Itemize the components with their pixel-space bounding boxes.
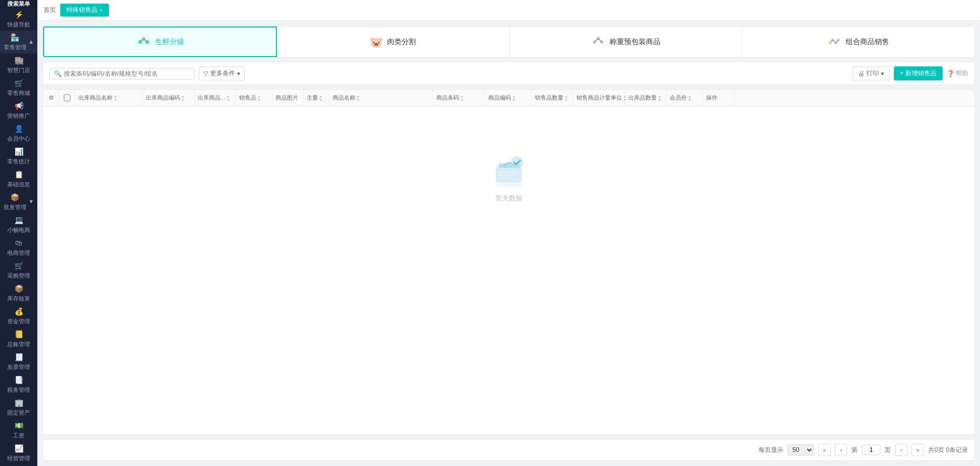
cat-tab-combo-sale[interactable]: 组合商品销售 [742, 26, 974, 57]
sidebar-item-retail-mgmt[interactable]: 🏪 零售管理 ▲ [0, 31, 37, 53]
pagination: 每页显示 10 20 50 100 « ‹ 第 页 › » 共0页 0条记录 [43, 439, 975, 461]
sort-arrows-barcode[interactable]: ▲▼ [460, 94, 464, 102]
svg-line-14 [830, 40, 833, 43]
sidebar: 搜索菜单 ⚡ 快捷导航 🏪 零售管理 ▲ 🏬 智慧门店 🛒 零售商城 📢 营销推… [0, 0, 37, 466]
sidebar-item-label: 固定资产 [7, 409, 30, 417]
table-container: ⚙ 出库商品名称 ▲▼ 出库商品编码 ▲▼ 出库商品... ▲▼ [43, 89, 975, 435]
first-page-button[interactable]: « [818, 444, 831, 456]
last-page-button[interactable]: » [912, 444, 924, 456]
combo-sale-label: 组合商品销售 [846, 37, 889, 47]
cat-tab-meat-cut[interactable]: 🐷 肉类分割 [277, 26, 509, 57]
search-box[interactable]: 🔍 [49, 68, 195, 79]
th-img: 商品图片 [272, 90, 303, 106]
page-size-select[interactable]: 10 20 50 100 [788, 444, 814, 456]
retail-mgmt-icon: 🏪 [10, 33, 19, 43]
sidebar-item-wholesale-mgmt[interactable]: 📦 批发管理 ▼ [0, 190, 37, 213]
cat-tab-weigh-pack[interactable]: 称重预包装商品 [510, 26, 742, 57]
sidebar-item-label: 营销推广 [7, 112, 30, 120]
sidebar-item-label: 智慧门店 [7, 66, 30, 74]
meat-cut-icon: 🐷 [370, 36, 383, 48]
sort-arrows-scode[interactable]: ▲▼ [512, 94, 516, 102]
combo-sale-icon [827, 35, 841, 49]
print-button[interactable]: 🖨 打印 ▾ [852, 66, 890, 80]
next-page-button[interactable]: › [895, 444, 907, 456]
fixed-assets-icon: 🏢 [15, 398, 23, 408]
svg-line-15 [833, 40, 836, 43]
table-header: ⚙ 出库商品名称 ▲▼ 出库商品编码 ▲▼ 出库商品... ▲▼ [43, 90, 974, 106]
total-label: 共0页 0条记录 [928, 446, 968, 455]
page-label: 第 [851, 446, 858, 455]
sort-arrows-member-price[interactable]: ▲▼ [688, 94, 692, 102]
sort-arrows-out-qty[interactable]: ▲▼ [658, 94, 661, 102]
sort-arrows-sale-item[interactable]: ▲▼ [257, 94, 261, 102]
sidebar-item-label: 零售统计 [7, 158, 30, 166]
close-tab-icon[interactable]: × [100, 7, 103, 13]
filter-button[interactable]: ▽ 更多条件 ▾ [199, 66, 245, 80]
sidebar-item-fixed-assets[interactable]: 🏢 固定资产 [0, 396, 37, 419]
active-tab-label: 特殊销售品 [66, 6, 98, 15]
sidebar-item-inventory[interactable]: 📦 库存核算 [0, 282, 37, 305]
sidebar-item-retail-stats[interactable]: 📊 零售统计 [0, 145, 37, 168]
print-label: 打印 [866, 69, 879, 78]
main-area: 首页 特殊销售品 × 生鲜分级 [37, 0, 980, 466]
sidebar-item-retail-mall[interactable]: 🛒 零售商城 [0, 76, 37, 99]
wholesale-mgmt-icon: 📦 [10, 193, 19, 203]
retail-mgmt-arrow: ▲ [29, 38, 34, 46]
sidebar-item-payroll[interactable]: 💵 工资 [0, 419, 37, 442]
add-label: + 新增销售品 [900, 69, 936, 78]
toolbar: 🔍 ▽ 更多条件 ▾ 🖨 打印 ▾ + 新增销售品 [43, 62, 975, 85]
content-area: 生鲜分级 🐷 肉类分割 称重预包装商品 [37, 21, 980, 466]
th-member-price: 会员价 ▲▼ [667, 90, 703, 106]
empty-illustration [488, 148, 530, 189]
sidebar-item-label: 库存核算 [7, 295, 30, 303]
sidebar-item-quick-nav[interactable]: ⚡ 快捷导航 [0, 8, 37, 31]
sidebar-item-label: 资金管理 [7, 318, 30, 325]
sidebar-logo-text[interactable]: 搜索菜单 [7, 0, 30, 8]
sort-arrows-out-name[interactable]: ▲▼ [114, 94, 117, 102]
sidebar-item-ops-mgmt[interactable]: 📈 经营管理 [0, 442, 37, 464]
cat-tab-fresh-grade[interactable]: 生鲜分级 [43, 26, 277, 57]
sidebar-item-tax-mgmt[interactable]: 📑 税务管理 [0, 373, 37, 396]
page-input[interactable] [862, 445, 880, 455]
sidebar-item-small-store[interactable]: 💻 小畅电商 [0, 213, 37, 236]
sort-arrows-out-code[interactable]: ▲▼ [181, 94, 185, 102]
sort-arrows-out-spec[interactable]: ▲▼ [226, 94, 230, 102]
sidebar-item-smart-store[interactable]: 🏬 智慧门店 [0, 53, 37, 76]
prev-page-button[interactable]: ‹ [835, 444, 847, 456]
sidebar-item-basic-info[interactable]: 📋 基础信息 [0, 168, 37, 190]
help-button[interactable]: ❓ 帮助 [947, 69, 968, 78]
sort-arrows-main-qty[interactable]: ▲▼ [319, 94, 323, 102]
sales-promo-icon: 📢 [15, 101, 23, 112]
active-tab[interactable]: 特殊销售品 × [60, 4, 109, 17]
search-input[interactable] [64, 70, 190, 77]
filter-label: 更多条件 [210, 69, 235, 78]
sidebar-item-ecom-mgmt[interactable]: 🛍 电商管理 [0, 236, 37, 259]
sort-arrows-sale-qty[interactable]: ▲▼ [564, 94, 568, 102]
sidebar-item-label: 经营管理 [7, 455, 30, 462]
sidebar-item-label: 发票管理 [7, 363, 30, 371]
select-all-checkbox[interactable] [64, 94, 71, 101]
sidebar-item-invoice-mgmt[interactable]: 🧾 发票管理 [0, 350, 37, 373]
sidebar-item-sales-promo[interactable]: 📢 营销推广 [0, 99, 37, 122]
sidebar-item-label: 税务管理 [7, 386, 30, 394]
sidebar-item-finance[interactable]: 💰 资金管理 [0, 305, 37, 327]
fresh-grade-label: 生鲜分级 [155, 37, 184, 47]
sort-arrows-name2[interactable]: ▲▼ [356, 94, 360, 102]
sidebar-item-purchase-mgmt[interactable]: 🛒 采购管理 [0, 259, 37, 282]
payroll-icon: 💵 [15, 421, 23, 431]
sidebar-logo: 搜索菜单 [0, 0, 37, 8]
sidebar-item-label: 总账管理 [7, 340, 30, 348]
print-arrow: ▾ [881, 70, 884, 77]
page-unit-label: 页 [885, 446, 891, 455]
add-button[interactable]: + 新增销售品 [894, 66, 943, 80]
finance-icon: 💰 [15, 307, 23, 317]
per-page-label: 每页显示 [758, 446, 783, 455]
sidebar-item-label: 批发管理 [4, 203, 26, 211]
th-checkbox[interactable] [60, 90, 75, 106]
sidebar-item-label: 零售商城 [7, 89, 30, 97]
sidebar-item-member-center[interactable]: 👤 会员中心 [0, 122, 37, 145]
sidebar-item-general-ledger[interactable]: 📒 总账管理 [0, 327, 37, 350]
sidebar-item-label: 小畅电商 [7, 226, 30, 234]
home-tab[interactable]: 首页 [44, 6, 56, 15]
th-settings[interactable]: ⚙ [43, 90, 60, 106]
